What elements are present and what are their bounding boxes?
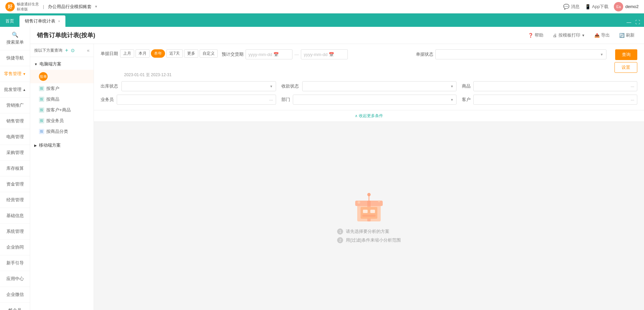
message-icon: 💬 [563,4,570,10]
tab-close-icon[interactable]: × [58,19,60,23]
hint-num-1: 1 [337,228,343,235]
hint-num-2: 2 [337,237,343,243]
scheme-item-by-customer-product[interactable]: 按 按客户+商品 [30,105,94,115]
date-btn-this-year[interactable]: 本年 [151,49,165,58]
tab-maximize-icon[interactable]: ⛶ [634,19,641,25]
sidebar-item-wholesale[interactable]: 批发管理 ▲ [0,82,30,98]
topbar-right: 💬 消息 📱 App下载 Ea demo2 [563,2,639,11]
edit-scheme-button[interactable]: ⊙ [71,48,75,53]
salesperson-group: 业务员 ··· [101,95,276,105]
panel-label: 按以下方案查询 [34,48,62,53]
date-btn-custom[interactable]: 自定义 [200,49,218,58]
sidebar-item-enterprise-wechat[interactable]: 企业微信 [0,287,30,303]
filter-row-3: 业务员 ··· 部门 ▼ [101,95,637,105]
payment-status-select[interactable]: ▼ [302,81,457,91]
left-panel: 按以下方案查询 + ⊙ « ▼ 电脑端方案 按单 按 [30,44,94,310]
query-button[interactable]: 查询 [615,49,637,60]
scheme-icon-customer: 按 [39,86,44,91]
scheme-item-by-salesperson[interactable]: 按 按业务员 [30,115,94,126]
message-button[interactable]: 💬 消息 [563,4,580,10]
search-icon: 🔍 [12,32,18,38]
date-btn-this-month[interactable]: 本月 [136,49,150,58]
svg-rect-5 [370,210,375,213]
sidebar-item-quick-nav[interactable]: 快捷导航 [0,50,30,66]
help-button[interactable]: ❓ 帮助 [525,31,546,40]
collapse-bar[interactable]: ∧ 收起更多条件 [94,110,644,122]
export-button[interactable]: 📤 导出 [592,31,612,40]
svg-point-10 [378,200,380,202]
date-buttons-group: 上月 本月 本年 近7天 更多 自定义 [120,49,218,58]
scheme-icon-cust-prod: 按 [39,107,44,113]
status-select[interactable]: ▼ [435,49,606,59]
topbar: 好 畅捷通好生意 标准版 | 办公用品行业模拟账套 ▼ 💬 消息 📱 App下载… [0,0,644,13]
sidebar-item-finance[interactable]: 资金管理 [0,176,30,192]
dept-label: 部门 [281,97,291,103]
chevron-up-icon: ▲ [23,88,26,92]
user-area[interactable]: Ea demo2 [614,2,639,11]
date-btn-last-month[interactable]: 上月 [120,49,134,58]
sidebar-item-operations[interactable]: 经营管理 [0,192,30,208]
sidebar-item-app-center[interactable]: 应用中心 [0,271,30,287]
sidebar-item-basic[interactable]: 基础信息 [0,208,30,224]
payment-status-label: 收款状态 [281,83,300,89]
dept-select[interactable]: ▼ [293,95,457,105]
dropdown-arrow-icon[interactable]: ▼ [94,5,98,8]
date-btn-more[interactable]: 更多 [184,49,198,58]
page-header: 销售订单统计表(按单) ❓ 帮助 🖨 按模板打印 ▼ 📤 导出 🔄 刷新 [30,27,644,44]
add-scheme-button[interactable]: + [65,47,68,53]
date-btn-last-7[interactable]: 近7天 [166,49,183,58]
date-range-sep: — [294,52,299,57]
sidebar-item-member[interactable]: 畅会员 [0,303,30,310]
svg-rect-3 [361,207,377,219]
scheme-parent-pc[interactable]: ▼ 电脑端方案 [30,58,94,70]
app-icon: 📱 [585,4,591,9]
sidebar-item-enterprise[interactable]: 企业协同 [0,240,30,255]
product-label: 商品 [462,83,471,89]
customer-select[interactable]: ··· [473,95,637,105]
payment-status-group: 收款状态 ▼ [281,81,457,91]
scheme-item-by-order[interactable]: 按单 [30,70,94,83]
sidebar-item-ecommerce[interactable]: 电商管理 [0,129,30,145]
main-layout: 🔍 搜索菜单 快捷导航 零售管理 ▼ 批发管理 ▲ 营销推广 销售管理 电商管理… [0,27,644,310]
dropdown-title[interactable]: 办公用品行业模拟账套 [48,4,92,10]
tab-minimize-icon[interactable]: — [625,19,633,25]
tab-home[interactable]: 首页 [0,15,19,27]
svg-rect-4 [363,210,368,213]
scheme-section-mobile: ▶ 移动端方案 [30,138,94,152]
expected-date-group: 预计交货期 yyyy-mm-dd 📅 — yyyy-mm-dd 📅 [222,49,412,59]
sidebar-item-search[interactable]: 🔍 搜索菜单 [0,27,30,50]
svg-rect-6 [362,215,376,217]
tab-sales-order[interactable]: 销售订单统计表 × [19,15,65,27]
expected-date-to[interactable]: yyyy-mm-dd 📅 [301,49,348,59]
sidebar-item-marketing[interactable]: 营销推广 [0,98,30,113]
salesperson-select[interactable]: ··· [117,95,276,105]
scheme-icon-product: 按 [39,97,44,102]
scheme-item-by-category[interactable]: 按 按商品分类 [30,126,94,137]
product-select[interactable]: ··· [473,81,637,91]
tabbar: 首页 销售订单统计表 × — ⛶ [0,13,644,27]
settings-button[interactable]: 设置 [614,62,637,73]
app-download-button[interactable]: 📱 App下载 [585,4,608,10]
filter-row-1: 单据日期 上月 本月 本年 近7天 更多 自定义 [101,49,637,73]
sidebar-item-inventory[interactable]: 库存核算 [0,161,30,176]
scheme-item-by-product[interactable]: 按 按商品 [30,94,94,105]
scheme-item-by-customer[interactable]: 按 按客户 [30,83,94,94]
dept-group: 部门 ▼ [281,95,457,105]
sidebar-item-retail[interactable]: 零售管理 ▼ [0,66,30,82]
expected-date-from[interactable]: yyyy-mm-dd 📅 [246,49,292,59]
sidebar-item-newbie[interactable]: 新手引导 [0,255,30,271]
print-icon: 🖨 [553,33,557,38]
collapse-panel-button[interactable]: « [87,48,90,53]
out-status-select[interactable]: ▼ [121,81,276,91]
scheme-parent-mobile[interactable]: ▶ 移动端方案 [30,140,94,151]
sidebar-item-sales-mgmt[interactable]: 销售管理 [0,113,30,129]
sidebar-item-purchase[interactable]: 采购管理 [0,145,30,161]
logo-area: 好 畅捷通好生意 标准版 [5,2,39,11]
sidebar-item-system[interactable]: 系统管理 [0,224,30,240]
scheme-icon-category: 按 [39,129,44,134]
print-button[interactable]: 🖨 按模板打印 ▼ [550,31,588,40]
collapse-up-icon: ∧ [355,114,358,118]
hint-2: 2 用[过滤]条件来缩小分析范围 [337,237,400,243]
page-title: 销售订单统计表(按单) [37,31,95,39]
refresh-button[interactable]: 🔄 刷新 [616,31,637,40]
